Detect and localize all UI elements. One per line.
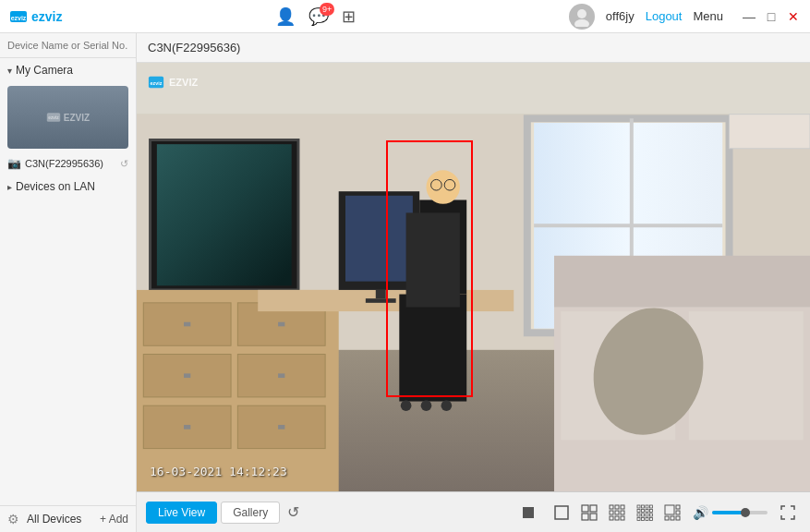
user-nav-icon[interactable]: 👤 xyxy=(275,6,296,27)
stop-icon xyxy=(521,505,536,520)
thumbnail-brand-text: EZVIZ xyxy=(64,113,90,123)
camera-thumbnail[interactable]: ezviz EZVIZ xyxy=(7,86,128,149)
layout-2x2-button[interactable] xyxy=(576,500,602,526)
watermark-logo-icon: ezviz xyxy=(148,74,164,91)
volume-control: 🔊 xyxy=(693,505,768,520)
svg-rect-14 xyxy=(610,505,613,509)
fullscreen-icon xyxy=(780,504,796,521)
layout-2x2-icon xyxy=(581,504,598,521)
all-devices-label[interactable]: All Devices xyxy=(27,513,92,526)
notification-badge: 9+ xyxy=(320,3,334,16)
layout-4x4-icon xyxy=(636,504,653,521)
svg-rect-40 xyxy=(676,505,680,509)
logout-button[interactable]: Logout xyxy=(646,9,683,23)
live-view-tab[interactable]: Live View xyxy=(146,502,217,524)
titlebar-right: off6jy Logout Menu — □ ✕ xyxy=(569,4,801,30)
svg-rect-9 xyxy=(555,506,568,519)
svg-rect-21 xyxy=(615,516,619,520)
titlebar: ezviz ezviz 👤 💬9+ ⊞ off6jy Logout Menu —… xyxy=(0,0,810,33)
svg-rect-36 xyxy=(642,517,645,520)
my-camera-section[interactable]: ▾ My Camera xyxy=(0,58,136,82)
svg-rect-23 xyxy=(637,505,640,508)
svg-rect-28 xyxy=(642,509,645,512)
grid-nav-icon[interactable]: ⊞ xyxy=(342,6,356,27)
video-watermark: ezviz EZVIZ xyxy=(148,74,198,91)
svg-rect-18 xyxy=(615,511,619,514)
svg-rect-19 xyxy=(621,511,624,514)
volume-thumb xyxy=(741,508,750,517)
svg-rect-27 xyxy=(637,509,640,512)
nav-toolbar: 👤 💬9+ ⊞ xyxy=(268,6,363,27)
devices-on-lan-label: Devices on LAN xyxy=(16,180,95,193)
view-tabs: Live View Gallery xyxy=(146,502,280,524)
close-button[interactable]: ✕ xyxy=(786,9,801,24)
search-input[interactable] xyxy=(7,40,135,51)
content-area: C3N(F22995636) ezviz EZVIZ 16-03-2021 14… xyxy=(137,33,810,532)
menu-button[interactable]: Menu xyxy=(693,9,723,23)
refresh-icon[interactable]: ↺ xyxy=(120,158,128,170)
camera-list-item[interactable]: 📷 C3N(F22995636) ↺ xyxy=(0,152,136,175)
svg-text:ezviz: ezviz xyxy=(48,115,59,120)
gallery-tab[interactable]: Gallery xyxy=(221,502,280,524)
svg-rect-42 xyxy=(665,516,669,520)
svg-rect-17 xyxy=(610,511,613,514)
svg-rect-26 xyxy=(650,505,653,508)
maximize-button[interactable]: □ xyxy=(764,9,779,24)
user-avatar xyxy=(569,4,595,30)
svg-rect-38 xyxy=(650,517,653,520)
layout-3x3-button[interactable] xyxy=(604,500,630,526)
svg-rect-12 xyxy=(582,514,588,520)
svg-rect-25 xyxy=(646,505,648,508)
video-area: ezviz EZVIZ 16-03-2021 14:12:23 xyxy=(137,63,810,491)
window-controls: — □ ✕ xyxy=(742,9,801,24)
refresh-button[interactable]: ↺ xyxy=(287,503,299,521)
sidebar-footer: ⚙ All Devices + Add xyxy=(0,505,136,532)
video-timestamp: 16-03-2021 14:12:23 xyxy=(150,465,287,478)
thumb-ezviz-icon: ezviz xyxy=(46,110,61,125)
my-camera-label: My Camera xyxy=(16,64,73,77)
layout-custom-button[interactable] xyxy=(659,500,685,526)
svg-rect-39 xyxy=(665,505,674,514)
add-device-button[interactable]: + Add xyxy=(100,513,128,526)
devices-on-lan-section[interactable]: ▸ Devices on LAN xyxy=(0,175,136,199)
svg-text:ezviz: ezviz xyxy=(151,80,163,86)
fullscreen-button[interactable] xyxy=(775,500,801,526)
lan-chevron: ▸ xyxy=(7,182,12,192)
svg-rect-8 xyxy=(523,507,534,518)
svg-rect-32 xyxy=(642,514,645,516)
svg-rect-16 xyxy=(621,505,624,509)
my-camera-chevron: ▾ xyxy=(7,66,12,76)
app-logo: ezviz ezviz xyxy=(9,7,62,26)
detection-box xyxy=(386,140,474,397)
svg-rect-11 xyxy=(590,505,597,512)
svg-text:ezviz: ezviz xyxy=(11,14,27,20)
svg-rect-43 xyxy=(671,516,674,520)
app-logo-text: ezviz xyxy=(31,9,62,24)
device-title: C3N(F22995636) xyxy=(148,41,240,54)
svg-rect-33 xyxy=(646,514,648,516)
settings-icon[interactable]: ⚙ xyxy=(7,512,19,526)
volume-icon[interactable]: 🔊 xyxy=(693,505,708,520)
layout-1x1-button[interactable] xyxy=(549,500,574,526)
svg-rect-22 xyxy=(621,516,624,520)
svg-rect-15 xyxy=(615,505,619,509)
svg-rect-34 xyxy=(650,514,653,516)
stop-button[interactable] xyxy=(515,500,541,526)
sidebar-search-bar: 🔍 xyxy=(0,33,136,58)
layout-custom-icon xyxy=(664,504,681,521)
layout-1x1-icon xyxy=(553,504,570,521)
svg-rect-35 xyxy=(637,517,640,520)
camera-name-label: C3N(F22995636) xyxy=(25,158,103,169)
messages-nav-icon[interactable]: 💬9+ xyxy=(308,6,329,27)
volume-slider[interactable] xyxy=(712,511,768,514)
svg-rect-44 xyxy=(676,516,680,520)
thumbnail-logo: ezviz EZVIZ xyxy=(46,110,90,125)
svg-rect-20 xyxy=(610,516,613,520)
minimize-button[interactable]: — xyxy=(742,9,756,24)
svg-point-3 xyxy=(574,19,589,27)
ezviz-logo-icon: ezviz xyxy=(9,7,28,26)
svg-rect-30 xyxy=(650,509,653,512)
thumbnail-image: ezviz EZVIZ xyxy=(7,86,128,149)
video-canvas xyxy=(137,63,810,491)
layout-4x4-button[interactable] xyxy=(632,500,658,526)
